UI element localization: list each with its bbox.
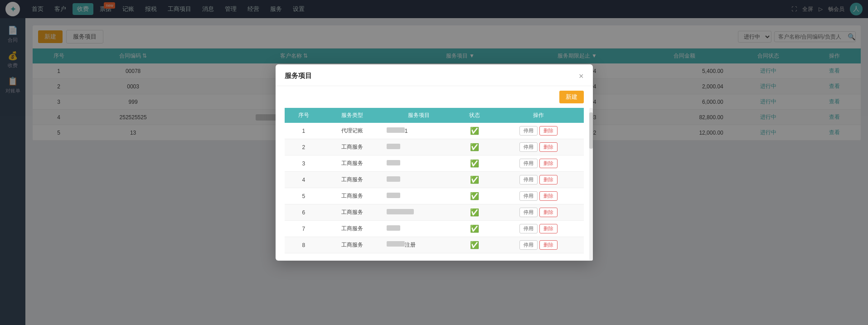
- modal-overlay[interactable]: 服务项目 × 新建 序号 服务类型 服务项目 状态 操作 1 代理记账: [0, 0, 868, 325]
- modal-cell-seq: 5: [285, 188, 323, 204]
- delete-button[interactable]: 删除: [539, 126, 558, 136]
- modal-cell-status: ✅: [455, 123, 494, 139]
- modal-cell-seq: 8: [285, 237, 323, 253]
- delete-button[interactable]: 删除: [539, 224, 558, 233]
- modal-cell-item: [382, 221, 455, 237]
- service-table: 序号 服务类型 服务项目 状态 操作 1 代理记账 1 ✅ 停用 删除 2 工商…: [285, 108, 584, 253]
- modal-table-row: 7 工商服务 ✅ 停用 删除: [285, 221, 584, 237]
- modal-col-item: 服务项目: [382, 108, 455, 123]
- modal-table-row: 3 工商服务 ✅ 停用 删除: [285, 155, 584, 172]
- modal-cell-item: 注册: [382, 237, 455, 253]
- modal-table-row: 6 工商服务 ✅ 停用 删除: [285, 204, 584, 221]
- modal-new-button[interactable]: 新建: [559, 91, 584, 103]
- stop-button[interactable]: 停用: [519, 126, 538, 136]
- status-check-icon: ✅: [470, 225, 479, 233]
- modal-cell-action: 停用 删除: [494, 172, 584, 188]
- modal-cell-action: 停用 删除: [494, 123, 584, 139]
- stop-button[interactable]: 停用: [519, 175, 538, 184]
- modal-cell-item: [382, 139, 455, 155]
- service-modal: 服务项目 × 新建 序号 服务类型 服务项目 状态 操作 1 代理记账: [276, 64, 593, 261]
- modal-cell-status: ✅: [455, 188, 494, 204]
- modal-cell-status: ✅: [455, 221, 494, 237]
- modal-cell-status: ✅: [455, 237, 494, 253]
- modal-table-row: 2 工商服务 ✅ 停用 删除: [285, 139, 584, 155]
- modal-col-type: 服务类型: [323, 108, 382, 123]
- modal-cell-action: 停用 删除: [494, 221, 584, 237]
- modal-cell-status: ✅: [455, 139, 494, 155]
- modal-cell-item: [382, 188, 455, 204]
- stop-button[interactable]: 停用: [519, 224, 538, 233]
- modal-cell-item: [382, 204, 455, 221]
- modal-cell-seq: 7: [285, 221, 323, 237]
- modal-table-row: 4 工商服务 ✅ 停用 删除: [285, 172, 584, 188]
- status-check-icon: ✅: [470, 160, 479, 167]
- stop-button[interactable]: 停用: [519, 142, 538, 152]
- stop-button[interactable]: 停用: [519, 208, 538, 217]
- stop-button[interactable]: 停用: [519, 240, 538, 250]
- modal-cell-type: 工商服务: [323, 237, 382, 253]
- delete-button[interactable]: 删除: [539, 240, 558, 250]
- modal-title: 服务项目: [285, 72, 312, 80]
- status-check-icon: ✅: [470, 209, 479, 216]
- modal-cell-action: 停用 删除: [494, 237, 584, 253]
- modal-table-row: 8 工商服务 注册 ✅ 停用 删除: [285, 237, 584, 253]
- modal-cell-seq: 2: [285, 139, 323, 155]
- modal-cell-item: [382, 172, 455, 188]
- modal-cell-type: 工商服务: [323, 155, 382, 172]
- modal-cell-status: ✅: [455, 204, 494, 221]
- modal-cell-seq: 1: [285, 123, 323, 139]
- status-check-icon: ✅: [470, 143, 479, 151]
- modal-cell-seq: 4: [285, 172, 323, 188]
- modal-cell-type: 工商服务: [323, 172, 382, 188]
- modal-table-row: 5 工商服务 ✅ 停用 删除: [285, 188, 584, 204]
- modal-toolbar: 新建: [276, 86, 593, 108]
- modal-cell-action: 停用 删除: [494, 139, 584, 155]
- modal-cell-seq: 3: [285, 155, 323, 172]
- modal-cell-item: 1: [382, 123, 455, 139]
- modal-table-row: 1 代理记账 1 ✅ 停用 删除: [285, 123, 584, 139]
- status-check-icon: ✅: [470, 127, 479, 135]
- modal-cell-type: 工商服务: [323, 221, 382, 237]
- delete-button[interactable]: 删除: [539, 191, 558, 201]
- delete-button[interactable]: 删除: [539, 142, 558, 152]
- modal-cell-action: 停用 删除: [494, 188, 584, 204]
- modal-cell-type: 工商服务: [323, 139, 382, 155]
- delete-button[interactable]: 删除: [539, 175, 558, 184]
- modal-cell-action: 停用 删除: [494, 204, 584, 221]
- modal-cell-type: 工商服务: [323, 204, 382, 221]
- delete-button[interactable]: 删除: [539, 208, 558, 217]
- modal-cell-status: ✅: [455, 172, 494, 188]
- delete-button[interactable]: 删除: [539, 159, 558, 168]
- stop-button[interactable]: 停用: [519, 159, 538, 168]
- modal-close-button[interactable]: ×: [579, 72, 584, 80]
- stop-button[interactable]: 停用: [519, 191, 538, 201]
- modal-cell-item: [382, 155, 455, 172]
- modal-body: 序号 服务类型 服务项目 状态 操作 1 代理记账 1 ✅ 停用 删除 2 工商…: [276, 108, 593, 261]
- modal-cell-status: ✅: [455, 155, 494, 172]
- modal-cell-action: 停用 删除: [494, 155, 584, 172]
- modal-cell-seq: 6: [285, 204, 323, 221]
- modal-header: 服务项目 ×: [276, 64, 593, 86]
- status-check-icon: ✅: [470, 176, 479, 184]
- modal-col-seq: 序号: [285, 108, 323, 123]
- modal-col-action: 操作: [494, 108, 584, 123]
- modal-cell-type: 工商服务: [323, 188, 382, 204]
- status-check-icon: ✅: [470, 192, 479, 200]
- modal-col-status: 状态: [455, 108, 494, 123]
- modal-cell-type: 代理记账: [323, 123, 382, 139]
- status-check-icon: ✅: [470, 241, 479, 249]
